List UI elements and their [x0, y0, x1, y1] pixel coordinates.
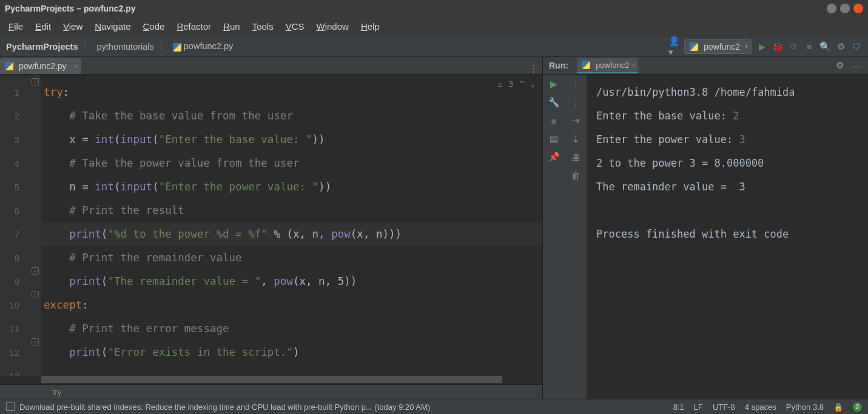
menu-item-run[interactable]: Run	[218, 19, 245, 33]
more-icon[interactable]: ⋮	[528, 63, 539, 74]
line-number: 7	[0, 222, 30, 246]
encoding[interactable]: UTF-8	[713, 402, 735, 412]
code-line[interactable]: except:	[41, 293, 542, 317]
code-line[interactable]: # Take the power value from the user	[41, 152, 542, 175]
fold-column: − − − −	[30, 75, 41, 376]
shield-icon[interactable]: 🛡	[851, 41, 862, 52]
breadcrumb-sep: 〉	[80, 41, 94, 52]
hide-icon[interactable]: —	[851, 60, 862, 71]
pin-icon[interactable]: 📌	[548, 151, 560, 163]
run-config-selector[interactable]: powfunc2	[684, 39, 752, 54]
code-line[interactable]: # Print the result	[41, 199, 542, 222]
scroll-to-end-icon[interactable]: ⤓	[570, 133, 582, 145]
code-line[interactable]: # Print the remainder value	[41, 246, 542, 270]
line-separator[interactable]: LF	[694, 402, 703, 412]
close-icon[interactable]: ×	[73, 62, 77, 70]
maximize-button[interactable]	[840, 4, 850, 13]
menu-item-file[interactable]: File	[4, 19, 28, 33]
close-icon[interactable]: ×	[632, 62, 636, 68]
trash-icon[interactable]: 🗑	[570, 169, 582, 181]
breadcrumb-folder[interactable]: pythontutorials	[96, 42, 153, 52]
chevron-down-icon[interactable]: ⌄	[530, 79, 535, 88]
breadcrumb-file[interactable]: powfunc2.py	[173, 41, 233, 51]
code-area[interactable]: ⚠ 3 ^ ⌄ try: # Take the base value from …	[41, 75, 542, 376]
window-controls	[827, 4, 863, 13]
notification-badge[interactable]: 2	[853, 402, 862, 412]
status-message[interactable]: Download pre-built shared indexes: Reduc…	[19, 402, 430, 412]
menu-item-help[interactable]: Help	[356, 19, 385, 33]
line-number: 2	[0, 104, 30, 128]
menu-item-code[interactable]: Code	[138, 19, 170, 33]
fold-icon[interactable]: −	[32, 291, 39, 298]
stop-icon[interactable]: ■	[804, 41, 815, 52]
code-line[interactable]: try:	[41, 81, 542, 104]
line-number: 13	[0, 364, 30, 376]
inspection-badges[interactable]: ⚠ 3 ^ ⌄	[498, 79, 535, 88]
code-line[interactable]: x = int(input("Enter the base value: "))	[41, 128, 542, 152]
soft-wrap-icon[interactable]: ⇥	[570, 115, 582, 127]
titlebar: PycharmProjects – powfunc2.py	[0, 0, 868, 17]
code-line[interactable]: # Print the error message	[41, 317, 542, 341]
code-line[interactable]: print("Error exists in the script.")	[41, 341, 542, 364]
layout-icon[interactable]: ▤	[548, 133, 560, 145]
line-number: 12	[0, 341, 30, 364]
stop-icon[interactable]: ■	[548, 115, 560, 127]
line-number: 1	[0, 81, 30, 104]
run-icon[interactable]: ▶	[756, 41, 767, 52]
menu-item-refactor[interactable]: Refactor	[172, 19, 216, 33]
output-line: /usr/bin/python3.8 /home/fahmida	[596, 81, 868, 104]
code-line[interactable]: # Take the base value from the user	[41, 104, 542, 128]
interpreter[interactable]: Python 3.8	[786, 402, 824, 412]
coverage-icon[interactable]: ⟳	[788, 41, 799, 52]
menu-item-tools[interactable]: Tools	[247, 19, 278, 33]
indent[interactable]: 4 spaces	[745, 402, 776, 412]
menu-item-vcs[interactable]: VCS	[281, 19, 309, 33]
menu-item-edit[interactable]: Edit	[30, 19, 56, 33]
tool-window-icon[interactable]	[6, 402, 15, 411]
search-icon[interactable]: 🔍	[819, 41, 830, 52]
code-line[interactable]: print("%d to the power %d = %f" % (x, n,…	[41, 222, 542, 246]
statusbar: Download pre-built shared indexes: Reduc…	[0, 399, 868, 414]
warning-icon: ⚠	[498, 79, 503, 88]
output-line: The remainder value = 3	[596, 175, 868, 199]
breadcrumb-project[interactable]: PycharmProjects	[6, 42, 78, 52]
code-line[interactable]	[41, 364, 542, 376]
code-line[interactable]: n = int(input("Enter the power value: ")…	[41, 175, 542, 199]
chevron-up-icon[interactable]: ^	[519, 79, 524, 88]
rerun-icon[interactable]: ▶	[548, 78, 560, 90]
lock-icon[interactable]: 🔒	[833, 402, 843, 412]
menu-item-view[interactable]: View	[58, 19, 87, 33]
print-icon[interactable]: 🖶	[570, 151, 582, 163]
up-icon[interactable]: ↑	[570, 78, 582, 90]
editor-tab[interactable]: powfunc2.py ×	[0, 58, 81, 74]
run-title: Run:	[549, 61, 568, 70]
debug-icon[interactable]: 🐞	[772, 41, 783, 52]
fold-icon[interactable]: −	[32, 78, 39, 85]
down-icon[interactable]: ↓	[570, 96, 582, 109]
caret-position[interactable]: 8:1	[673, 402, 684, 412]
output-line	[596, 199, 868, 222]
run-header: Run: powfunc2 × ⚙ —	[543, 57, 868, 75]
line-number: 5	[0, 175, 30, 199]
minimize-button[interactable]	[827, 4, 836, 13]
python-icon	[173, 43, 181, 52]
output-line: 2 to the power 3 = 8.000000	[596, 152, 868, 175]
toolbar-right: 👤▾ powfunc2 ▶ 🐞 ⟳ ■ 🔍 ⚙ 🛡	[668, 39, 862, 54]
settings-icon[interactable]: ⚙	[835, 41, 846, 52]
editor-body: 12345678910111213 − − − − ⚠ 3 ^ ⌄ try: #…	[0, 75, 542, 376]
run-tab[interactable]: powfunc2 ×	[577, 58, 638, 73]
horizontal-scrollbar[interactable]	[0, 376, 542, 384]
close-button[interactable]	[853, 4, 863, 13]
fold-icon[interactable]: −	[32, 338, 39, 346]
run-output[interactable]: /usr/bin/python3.8 /home/fahmidaEnter th…	[587, 75, 868, 399]
settings-icon[interactable]: ⚙	[834, 60, 845, 71]
wrench-icon[interactable]: 🔧	[548, 96, 560, 109]
editor-pane: powfunc2.py × ⋮ 12345678910111213 − − − …	[0, 57, 543, 399]
menu-item-window[interactable]: Window	[312, 19, 354, 33]
menu-item-navigate[interactable]: Navigate	[90, 19, 135, 33]
run-body: ▶ 🔧 ■ ▤ 📌 ↑ ↓ ⇥ ⤓ 🖶 🗑	[543, 75, 868, 399]
fold-icon[interactable]: −	[32, 267, 39, 275]
user-add-icon[interactable]: 👤▾	[668, 41, 679, 52]
breadcrumb: PycharmProjects 〉 pythontutorials 〉 powf…	[6, 41, 233, 52]
code-line[interactable]: print("The remainder value = ", pow(x, n…	[41, 270, 542, 293]
